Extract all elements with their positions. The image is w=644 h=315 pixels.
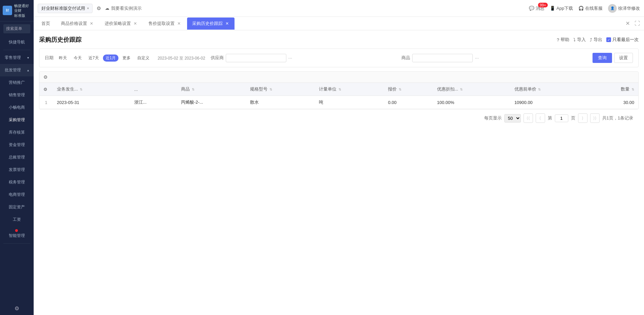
import-button[interactable]: ⤵ 导入 [573, 37, 586, 43]
content-area: 采购历史价跟踪 ? 帮助 ⤵ 导入 ⤴ 导出 ✓ [34, 30, 644, 315]
col-goods-label: 商品 [181, 86, 190, 92]
messages-button[interactable]: 💬 消息 99+ [529, 5, 544, 11]
online-service-button[interactable]: 🎧 在线客服 [578, 5, 603, 11]
supplier-dots[interactable]: ··· [288, 55, 292, 61]
cell-unit: 吨 [315, 96, 384, 109]
sidebar-item-ecommerce[interactable]: 电商管理 [0, 188, 34, 201]
sidebar-item-marketing[interactable]: 营销推广 [0, 76, 34, 89]
date-option-today[interactable]: 今天 [71, 55, 84, 62]
col-business-date[interactable]: 业务发生... ⇅ [53, 83, 130, 96]
maximize-tab-icon[interactable]: ⛶ [633, 19, 641, 28]
version-selector[interactable]: 好业财标准版交付试用 ▾ [38, 4, 93, 13]
col-gear[interactable]: ⚙ [39, 83, 53, 96]
sort-icon-quantity: ⇅ [632, 88, 634, 91]
mobile-icon: 📱 [550, 6, 555, 11]
page-header: 采购历史价跟踪 ? 帮助 ⤵ 导入 ⤴ 导出 ✓ [39, 36, 639, 44]
search-menu-button[interactable]: 搜索菜单 [3, 24, 30, 33]
goods-input[interactable] [412, 54, 473, 62]
per-page-select[interactable]: 50 [504, 114, 521, 123]
col-spec[interactable]: 规格型号 ⇅ [246, 83, 315, 96]
page-number-input[interactable] [555, 114, 568, 122]
smart-mgmt-label: 智能管理 [9, 233, 25, 239]
col-unit[interactable]: 计量单位 ⇅ [315, 83, 384, 96]
tab-price-settings-close-icon[interactable]: ✕ [89, 21, 94, 26]
col-quantity-label: 数量 [621, 86, 630, 92]
tab-purchase-strategy-close-icon[interactable]: ✕ [133, 21, 138, 26]
cloud-icon: ☁ [105, 6, 109, 11]
settings-gear-icon[interactable]: ⚙ [95, 4, 102, 13]
smart-mgmt-dot [15, 229, 18, 232]
table-header-row: ⚙ 业务发生... ⇅ ... 商品 ⇅ [39, 83, 638, 96]
settings-icon[interactable]: ⚙ [14, 306, 19, 311]
last-only-checkbox[interactable]: ✓ 只看最后一次 [606, 37, 639, 43]
per-page-label: 每页显示 [484, 115, 502, 121]
col-quantity[interactable]: 数量 ⇅ [589, 83, 638, 96]
next-page-button[interactable]: ⟩ [578, 113, 587, 123]
date-option-custom[interactable]: 自定义 [135, 55, 152, 62]
cell-goods: 丙烯酸-2-... [177, 96, 246, 109]
tab-home[interactable]: 首页 [36, 18, 55, 30]
date-option-1month[interactable]: 近1月 [103, 55, 119, 62]
first-page-button[interactable]: ⟨⟨ [524, 113, 533, 123]
table-settings-icon[interactable]: ⚙ [43, 74, 48, 80]
col-discount[interactable]: 优惠折扣... ⇅ [433, 83, 510, 96]
sidebar-item-general-ledger[interactable]: 总账管理 [0, 151, 34, 164]
query-button[interactable]: 查询 [593, 53, 612, 63]
date-option-yesterday[interactable]: 昨天 [56, 55, 70, 62]
close-tab-icon[interactable]: ✕ [624, 19, 631, 28]
data-table-container: ⚙ ⚙ 业务发生... ⇅ ... [39, 71, 639, 109]
sidebar-item-payroll[interactable]: 工资 [0, 213, 34, 226]
chevron-down-icon: ▾ [87, 6, 89, 10]
sort-icon-business-date: ⇅ [80, 88, 82, 91]
export-button[interactable]: ⤴ 导出 [590, 37, 602, 43]
sidebar-item-fixed-assets[interactable]: 固定资产 [0, 201, 34, 213]
table-toolbar: ⚙ [39, 72, 638, 83]
main-content: 好业财标准版交付试用 ▾ ⚙ ☁ 我要看实例演示 💬 消息 99+ 📱 App下… [34, 0, 644, 315]
sidebar-item-invoice[interactable]: 发票管理 [0, 164, 34, 176]
logo-icon: 财 [3, 6, 12, 15]
tabbar: 首页 商品价格设置 ✕ 进价策略设置 ✕ 售价提取设置 ✕ 采购历史价跟踪 ✕ … [34, 17, 644, 30]
help-button[interactable]: ? 帮助 [557, 37, 569, 43]
col-quoted-price[interactable]: 报价 ⇅ [384, 83, 433, 96]
prev-page-button[interactable]: ⟨ [536, 113, 545, 123]
col-dots[interactable]: ... [130, 83, 177, 96]
tab-purchase-strategy[interactable]: 进价策略设置 ✕ [100, 18, 143, 30]
goods-dots[interactable]: ··· [475, 55, 479, 61]
import-label: 导入 [577, 37, 586, 43]
sidebar-item-smart-mgmt[interactable]: 智能管理 [0, 226, 34, 242]
sidebar-item-finance[interactable]: 资金管理 [0, 139, 34, 151]
sidebar: 财 畅捷通好业财 标准版 搜索菜单 快捷导航 零售管理 ▾ 批发管理 ▴ 营销推… [0, 0, 34, 315]
settings-button[interactable]: 设置 [614, 53, 633, 63]
sidebar-item-quick-nav[interactable]: 快捷导航 [0, 36, 34, 48]
app-download-button[interactable]: 📱 App下载 [550, 5, 573, 11]
col-goods[interactable]: 商品 ⇅ [177, 83, 246, 96]
cell-quantity: 30.00 [589, 96, 638, 109]
user-menu-button[interactable]: 👤 徐泽华修改 [608, 4, 640, 13]
demo-link[interactable]: ☁ 我要看实例演示 [105, 5, 142, 11]
date-option-7days[interactable]: 近7天 [86, 55, 102, 62]
sidebar-item-purchase[interactable]: 采购管理 [0, 114, 34, 126]
goods-label: 商品 [401, 55, 410, 61]
last-page-button[interactable]: ⟩⟩ [590, 113, 600, 123]
sidebar-item-wholesale[interactable]: 批发管理 ▴ [0, 64, 34, 76]
sort-icon-goods: ⇅ [192, 88, 194, 91]
tab-history-price-close-icon[interactable]: ✕ [225, 21, 229, 26]
tab-history-price[interactable]: 采购历史价跟踪 ✕ [187, 18, 235, 30]
sidebar-item-tax[interactable]: 税务管理 [0, 176, 34, 188]
message-icon: 💬 [529, 6, 534, 11]
sidebar-item-sales[interactable]: 销售管理 [0, 89, 34, 101]
tab-price-settings[interactable]: 商品价格设置 ✕ [56, 18, 99, 30]
supplier-input[interactable] [226, 54, 286, 62]
sidebar-item-ecommerce-small[interactable]: 小畅电商 [0, 101, 34, 114]
date-option-more[interactable]: 更多 [120, 55, 133, 62]
sidebar-item-retail[interactable]: 零售管理 ▾ [0, 51, 34, 64]
cell-pre-discount-price: 10900.00 [510, 96, 589, 109]
checkbox-icon: ✓ [606, 37, 611, 42]
sidebar-item-inventory[interactable]: 库存核算 [0, 126, 34, 139]
tab-sale-price-close-icon[interactable]: ✕ [177, 21, 181, 26]
tab-sale-price[interactable]: 售价提取设置 ✕ [143, 18, 186, 30]
retail-label: 零售管理 [5, 55, 21, 61]
col-pre-discount-price[interactable]: 优惠前单价 ⇅ [510, 83, 589, 96]
tabbar-right: ✕ ⛶ [624, 19, 641, 28]
page-container: 采购历史价跟踪 ? 帮助 ⤵ 导入 ⤴ 导出 ✓ [34, 30, 644, 315]
